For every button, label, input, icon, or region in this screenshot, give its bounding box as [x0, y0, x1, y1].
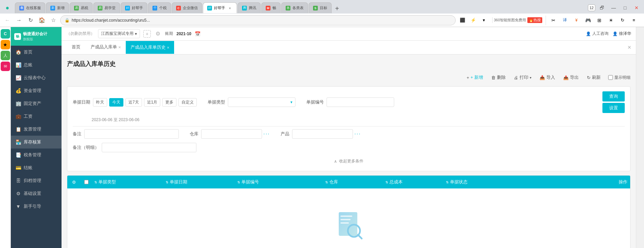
sidebar-item-reports[interactable]: 📈 云报表中心 — [11, 71, 62, 84]
tab-7[interactable]: C 企业微信 — [172, 2, 202, 13]
sidebar-item-invoice[interactable]: 📋 发票管理 — [11, 123, 62, 136]
tab-2[interactable]: 新 新增 — [46, 2, 69, 13]
tab-5[interactable]: 好 好帮手 — [121, 2, 147, 13]
game-button[interactable]: 🎮 — [583, 16, 593, 25]
sidebar-item-archive[interactable]: 🗄 归档管理 — [11, 174, 62, 187]
restore-window-button[interactable]: 🗗 — [597, 3, 607, 13]
th-settings[interactable]: ⚙ — [67, 176, 81, 188]
import-button[interactable]: 📥 导入 — [536, 73, 558, 82]
date-btn-7days[interactable]: 近7天 — [125, 98, 142, 107]
tab-6[interactable]: 个 个税 — [148, 2, 171, 13]
doc-type-select[interactable]: ▾ — [228, 97, 295, 107]
page-tab-history[interactable]: 产成品入库单历史 × — [126, 41, 174, 54]
nav-sidebar: 畅 畅捷通好会计 旗舰版 🏠 首页 📊 总账 📈 云报表 — [11, 27, 62, 248]
select-all-checkbox[interactable] — [84, 180, 89, 184]
inventory-icon: 🏪 — [16, 139, 21, 145]
app-icon-message[interactable]: ✉ — [1, 62, 10, 71]
th-warehouse[interactable]: ⇅ 仓库 — [323, 176, 383, 188]
sidebar-item-tax[interactable]: 📑 税务管理 — [11, 149, 62, 161]
sidebar-item-inventory[interactable]: 🏪 库存核算 — [11, 136, 62, 149]
doc-number-input[interactable] — [327, 97, 394, 107]
menu-button[interactable]: ≡ — [629, 16, 639, 25]
page-tab-list-close[interactable]: × — [118, 45, 121, 50]
tab-9[interactable]: 腾 腾讯 — [238, 2, 261, 13]
scissors-button[interactable]: ✂ — [549, 16, 558, 25]
product-dots[interactable]: ··· — [354, 131, 361, 137]
tab-12[interactable]: S 目标 — [309, 2, 332, 13]
maximize-button[interactable]: □ — [620, 3, 630, 13]
dropdown-button[interactable]: ▾ — [479, 16, 489, 25]
sidebar-item-assets[interactable]: 🏢 固定资产 — [11, 97, 62, 110]
tab-8-active[interactable]: 好 好帮手 × — [203, 2, 237, 13]
translate-button[interactable]: 译 — [560, 16, 570, 25]
th-doc-number[interactable]: ⇅ 单据编号 — [235, 176, 323, 188]
refresh-browser-button[interactable]: ↻ — [26, 16, 35, 25]
yuan-button[interactable]: ¥ — [572, 16, 581, 25]
warehouse-input[interactable] — [201, 129, 262, 139]
page-tab-list[interactable]: 产成品入库单 × — [86, 41, 126, 54]
date-btn-yesterday[interactable]: 昨天 — [93, 98, 107, 107]
tab-11[interactable]: 各 各类表 — [281, 2, 308, 13]
sidebar-item-basic[interactable]: ⚙ 基础设置 — [11, 187, 62, 200]
date-btn-more[interactable]: 更多 — [162, 98, 176, 107]
detail-remark-input[interactable] — [102, 143, 196, 152]
back-button[interactable]: ← — [3, 16, 12, 25]
th-cost[interactable]: ⇅ 总成本 — [383, 176, 443, 188]
sidebar-item-ledger[interactable]: 📊 总账 — [11, 59, 62, 71]
show-detail-toggle: 显示明细 — [608, 75, 630, 81]
collapse-row[interactable]: ∧ 收起更多条件 — [73, 156, 625, 166]
app-icon-star[interactable]: ★ — [1, 40, 10, 49]
home-browser-button[interactable]: 🏠 — [37, 16, 47, 25]
th-check[interactable] — [81, 176, 92, 188]
address-input[interactable]: 🔒 https://cloud.chanjet.com/accounting/u… — [60, 15, 456, 25]
app-icon-home[interactable]: C — [1, 29, 10, 39]
settings-icon-btn[interactable]: ⚙ — [154, 30, 162, 38]
th-operations-label: 操作 — [619, 179, 627, 185]
export-button[interactable]: 📤 导出 — [560, 73, 582, 82]
page-tab-home[interactable]: 首页 — [66, 41, 86, 54]
print-button[interactable]: 🖨 打印 ▾ — [510, 73, 535, 82]
theme-button[interactable]: ☀ — [606, 16, 616, 25]
show-detail-checkbox[interactable] — [608, 75, 613, 80]
refresh-button[interactable]: ↻ 刷新 — [583, 73, 604, 82]
close-window-button[interactable]: ✕ — [632, 3, 641, 13]
th-doc-type[interactable]: ⇅ 单据类型 — [92, 176, 163, 188]
tab-10[interactable]: M 畅 — [261, 2, 281, 13]
settings-button[interactable]: 设置 — [602, 103, 625, 113]
page-tab-history-close[interactable]: × — [167, 45, 170, 50]
service-link[interactable]: 👤 人工咨询 — [586, 31, 609, 37]
query-button[interactable]: 查询 — [602, 91, 625, 102]
date-btn-1month[interactable]: 近1月 — [144, 98, 161, 107]
extensions-button[interactable]: ⬛ — [458, 16, 467, 25]
company-select[interactable]: 江西服宝测试专用 ▾ — [98, 29, 140, 38]
grid-button[interactable]: ⊞ — [595, 16, 604, 25]
sidebar-item-guide[interactable]: ▼ 新手引导 — [11, 200, 62, 213]
sidebar-item-cash[interactable]: 💰 资金管理 — [11, 84, 62, 97]
th-status[interactable]: ⇅ 单据状态 — [443, 176, 515, 188]
sidebar-item-home[interactable]: 🏠 首页 — [11, 46, 62, 59]
sidebar-item-settlement[interactable]: 💳 结账 — [11, 161, 62, 174]
bookmark-button[interactable]: ☆ — [49, 16, 58, 25]
date-btn-custom[interactable]: 自定义 — [178, 98, 197, 107]
warehouse-dots[interactable]: ··· — [263, 131, 270, 137]
tab-3[interactable]: 易 易税 — [70, 2, 93, 13]
add-button[interactable]: + + 新增 — [463, 73, 486, 82]
minimize-button[interactable]: — — [609, 3, 618, 13]
product-input[interactable] — [292, 129, 353, 139]
calendar-button[interactable]: 📅 — [195, 31, 200, 37]
app-icon-user[interactable]: 人 — [1, 51, 10, 60]
sidebar-item-payroll[interactable]: 💼 工资 — [11, 110, 62, 123]
close-panel-button[interactable]: × — [627, 44, 631, 51]
date-btn-today[interactable]: 今天 — [109, 98, 123, 107]
add-company-button[interactable]: + — [143, 30, 151, 38]
power-button[interactable]: ⚡ — [469, 16, 478, 25]
new-tab-button[interactable]: + — [332, 4, 342, 13]
tab-4[interactable]: 易 易学堂 — [93, 2, 120, 13]
remark-input[interactable] — [84, 129, 179, 139]
tab-8-close[interactable]: × — [227, 5, 233, 11]
tab-1[interactable]: 在 在线客服 — [15, 2, 45, 13]
th-doc-date[interactable]: ⇅ 单据日期 — [163, 176, 234, 188]
sync-button[interactable]: ↻ — [618, 16, 627, 25]
forward-button[interactable]: → — [14, 16, 24, 25]
delete-button[interactable]: 🗑 删除 — [488, 73, 509, 82]
